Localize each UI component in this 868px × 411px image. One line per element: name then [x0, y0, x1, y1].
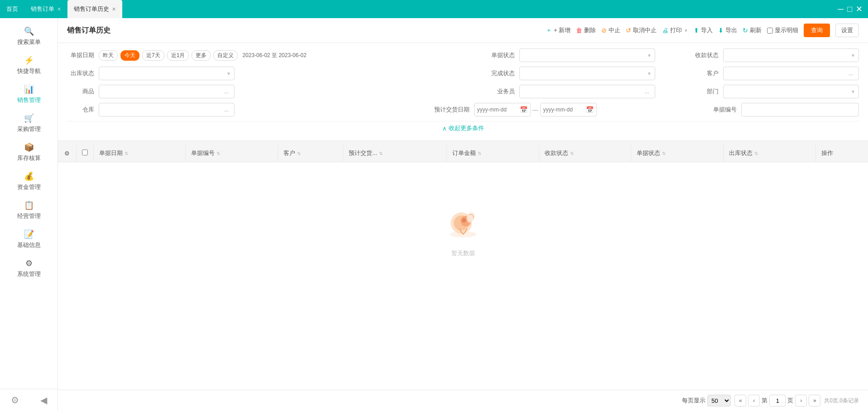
delete-button[interactable]: 🗑 删除	[576, 26, 596, 34]
refresh-icon: ↻	[743, 27, 748, 34]
empty-row: 暂无数据	[58, 162, 868, 294]
sales-icon: 📊	[24, 84, 34, 94]
next-page-button[interactable]: ›	[795, 395, 807, 406]
salesman-ellipsis[interactable]: ...	[643, 88, 651, 95]
sidebar-bottom: ⚙ ◀	[0, 389, 58, 411]
warehouse-label: 仓库	[67, 106, 99, 114]
salesman-input[interactable]	[523, 88, 643, 95]
goods-ellipsis[interactable]: ...	[222, 88, 230, 95]
th-checkbox	[76, 145, 93, 162]
page-input[interactable]	[769, 395, 786, 406]
completion-select[interactable]	[519, 67, 655, 80]
print-icon: 🖨	[662, 27, 668, 34]
maximize-icon[interactable]: □	[847, 5, 852, 14]
date-btn-custom[interactable]: 自定义	[213, 50, 238, 61]
collapse-sidebar-icon[interactable]: ◀	[40, 395, 47, 406]
setting-button[interactable]: 设置	[835, 24, 859, 37]
sort-outbound-icon[interactable]: ⇅	[754, 151, 758, 156]
content-area: 销售订单历史 ＋ + 新增 🗑 删除 ⊘ 中止 ↺ 取消中止	[58, 18, 868, 411]
dept-select[interactable]	[723, 85, 859, 98]
sidebar-item-finance[interactable]: 💰 资金管理	[0, 167, 58, 196]
date-btn-7days[interactable]: 近7天	[142, 50, 164, 61]
inventory-icon: 📦	[24, 142, 34, 152]
doc-no-input[interactable]	[745, 106, 855, 113]
sort-customer-icon[interactable]: ⇅	[297, 151, 301, 156]
new-button[interactable]: ＋ + 新增	[546, 26, 571, 34]
import-button[interactable]: ⬆ 导入	[694, 26, 713, 34]
tab-home[interactable]: 首页	[0, 0, 24, 18]
page-size-dropdown[interactable]: 20 50 100	[707, 395, 731, 406]
dept-label: 部门	[691, 87, 723, 96]
operations-icon: 📋	[24, 200, 34, 210]
date-btn-yesterday[interactable]: 昨天	[99, 50, 118, 61]
date-btn-today[interactable]: 今天	[120, 50, 139, 61]
sort-delivery-icon[interactable]: ⇅	[379, 151, 383, 156]
settings-bottom-icon[interactable]: ⚙	[11, 395, 19, 406]
sort-amount-icon[interactable]: ⇅	[478, 151, 481, 156]
sidebar-item-system[interactable]: ⚙ 系统管理	[0, 254, 58, 283]
tab-sales-order[interactable]: 销售订单 ✕	[24, 0, 67, 18]
outbound-select[interactable]	[99, 67, 235, 80]
filter-area: 单据日期 昨天 今天 近7天 近1月 更多 自定义 2023-06-02 至 2…	[58, 43, 868, 141]
filter-row-status: 出库状态 ▼ 完成状态 ▼ 客户 ...	[67, 67, 859, 80]
sidebar-item-quick-nav[interactable]: ⚡ 快捷导航	[0, 51, 58, 80]
th-receipt-status: 收款状态 ⇅	[539, 145, 631, 162]
delivery-date-to: 📅	[540, 103, 597, 116]
close-tab-sales-order[interactable]: ✕	[57, 6, 61, 12]
sidebar-item-operations[interactable]: 📋 经营管理	[0, 196, 58, 225]
goods-input[interactable]	[103, 88, 222, 95]
date-label: 单据日期	[67, 51, 99, 59]
page-label: 页	[787, 396, 793, 405]
sidebar-item-search[interactable]: 🔍 搜索菜单	[0, 22, 58, 51]
display-checkbox[interactable]	[767, 28, 773, 34]
th-delivery: 预计交货... ⇅	[343, 145, 447, 162]
cancel-stop-button[interactable]: ↺ 取消中止	[626, 26, 657, 34]
system-icon: ⚙	[25, 258, 33, 268]
tab-sales-order-history[interactable]: 销售订单历史 ✕	[67, 0, 122, 18]
sort-date-icon[interactable]: ⇅	[125, 151, 128, 156]
customer-input[interactable]	[727, 70, 847, 77]
close-window-icon[interactable]: ✕	[856, 4, 863, 14]
sidebar-item-inventory[interactable]: 📦 库存核算	[0, 138, 58, 167]
sidebar-item-purchase[interactable]: 🛒 采购管理	[0, 109, 58, 138]
date-btn-1month[interactable]: 近1月	[167, 50, 189, 61]
first-page-button[interactable]: «	[734, 395, 746, 406]
status-select[interactable]	[519, 48, 655, 62]
pagination: 每页显示 20 50 100 « ‹ 第 页 › » 共0页,0条记录	[58, 390, 868, 411]
svg-point-4	[461, 218, 466, 222]
delivery-date-to-input[interactable]	[543, 106, 584, 113]
sidebar-item-base-info[interactable]: 📝 基础信息	[0, 225, 58, 254]
prev-page-button[interactable]: ‹	[748, 395, 760, 406]
base-info-icon: 📝	[24, 229, 34, 239]
warehouse-input[interactable]	[103, 106, 222, 113]
delivery-date-label: 预计交货日期	[434, 106, 474, 114]
date-filter: 昨天 今天 近7天 近1月 更多 自定义 2023-06-02 至 2023-0…	[99, 50, 307, 61]
sort-doc-no-icon[interactable]: ⇅	[216, 151, 220, 156]
sort-doc-status-icon[interactable]: ⇅	[662, 151, 666, 156]
date-btn-more[interactable]: 更多	[192, 50, 211, 61]
warehouse-ellipsis[interactable]: ...	[222, 106, 230, 113]
close-tab-history[interactable]: ✕	[112, 6, 116, 12]
delivery-date-from-input[interactable]	[477, 106, 518, 113]
sidebar-item-sales[interactable]: 📊 销售管理	[0, 80, 58, 109]
column-settings-icon[interactable]: ⚙	[64, 150, 70, 157]
page-title: 销售订单历史	[67, 26, 546, 35]
collapse-button[interactable]: ∧ 收起更多条件	[67, 121, 859, 135]
display-toggle[interactable]: 显示明细	[767, 26, 798, 34]
window-controls: ─ □ ✕	[838, 4, 868, 14]
outbound-select-wrap: ▼	[99, 67, 235, 80]
calendar-from-icon[interactable]: 📅	[520, 106, 528, 113]
print-button[interactable]: 🖨 打印 ▼	[662, 26, 688, 34]
minimize-icon[interactable]: ─	[838, 5, 844, 14]
customer-ellipsis[interactable]: ...	[847, 70, 855, 77]
sort-receipt-status-icon[interactable]: ⇅	[570, 151, 574, 156]
calendar-to-icon[interactable]: 📅	[586, 106, 594, 113]
refresh-button[interactable]: ↻ 刷新	[743, 26, 762, 34]
export-button[interactable]: ⬇ 导出	[718, 26, 737, 34]
customer-input-wrap: ...	[723, 67, 859, 80]
query-button[interactable]: 查询	[804, 24, 830, 37]
select-all-checkbox[interactable]	[82, 150, 88, 155]
last-page-button[interactable]: »	[809, 395, 820, 406]
receipt-status-select[interactable]	[723, 48, 859, 62]
stop-button[interactable]: ⊘ 中止	[601, 26, 620, 34]
